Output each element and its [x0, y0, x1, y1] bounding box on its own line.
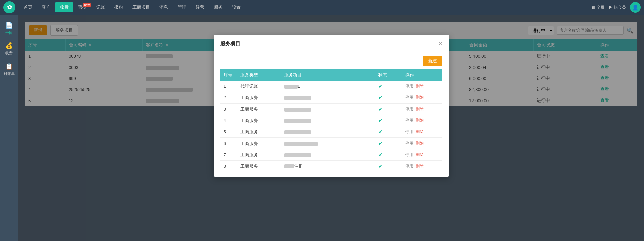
modal-cell-item: [281, 104, 375, 115]
reconciliation-icon: 📋: [5, 63, 13, 70]
modal-cell-item: [281, 138, 375, 149]
modal-toolbar: 新建: [220, 56, 442, 66]
modal-table-row: 4 工商服务 ✔ 停用 删除: [220, 115, 442, 126]
modal-cell-status: ✔: [375, 126, 402, 138]
top-navigation: ✿ 首页 客户 收费 票据 new 记账 报税 工商项目 消息 管理 经营 服务…: [0, 0, 644, 15]
modal-cell-seq: 4: [220, 115, 237, 126]
modal-table-row: 8 工商服务 注册 ✔ 停用 删除: [220, 161, 442, 172]
nav-manage[interactable]: 管理: [173, 2, 191, 12]
logo-icon: ✿: [7, 4, 12, 11]
modal-body: 新建 序号 服务类型 服务项目 状态 操作: [214, 51, 449, 177]
delete-button[interactable]: 删除: [416, 118, 424, 123]
app-logo: ✿: [3, 1, 15, 13]
contract-icon: 📄: [5, 22, 13, 29]
main-content: 新增 服务项目 进行中 全部 已结束 🔍 序号 合同编码 ⇅ 客户名称 ⇅ 服务…: [18, 15, 644, 241]
delete-button[interactable]: 删除: [416, 95, 424, 101]
modal-cell-seq: 6: [220, 138, 237, 149]
sidebar-item-label-reconciliation: 对账单: [4, 71, 15, 76]
new-badge: new: [83, 3, 91, 7]
disable-button[interactable]: 停用: [405, 152, 413, 158]
disable-button[interactable]: 停用: [405, 106, 413, 112]
modal-cell-status: ✔: [375, 149, 402, 161]
modal-header: 服务项目 ×: [214, 35, 449, 51]
modal-cell-action: 停用 删除: [402, 126, 442, 138]
sidebar-item-contract[interactable]: 📄 合同: [0, 18, 18, 39]
nav-operation[interactable]: 经营: [191, 2, 209, 12]
nav-home[interactable]: 首页: [19, 2, 37, 12]
disable-button[interactable]: 停用: [405, 163, 413, 169]
modal-cell-action: 停用 删除: [402, 104, 442, 115]
modal-table-container[interactable]: 序号 服务类型 服务项目 状态 操作 1 代理记账 1: [220, 69, 442, 172]
fee-icon: 💰: [5, 42, 13, 49]
modal-new-button[interactable]: 新建: [423, 56, 442, 66]
nav-bookkeeping[interactable]: 记账: [91, 2, 110, 12]
delete-button[interactable]: 删除: [416, 140, 424, 146]
modal-cell-type: 工商服务: [237, 115, 281, 126]
sidebar-item-label-contract: 合同: [5, 30, 13, 35]
nav-invoice[interactable]: 票据 new: [73, 2, 91, 12]
disable-button[interactable]: 停用: [405, 118, 413, 123]
modal-cell-type: 工商服务: [237, 92, 281, 104]
delete-button[interactable]: 删除: [416, 163, 424, 169]
modal-cell-item: [281, 92, 375, 104]
nav-message[interactable]: 消息: [155, 2, 173, 12]
modal-cell-item: [281, 115, 375, 126]
sidebar-item-reconciliation[interactable]: 📋 对账单: [0, 59, 18, 80]
delete-button[interactable]: 删除: [416, 106, 424, 112]
modal-col-type: 服务类型: [237, 69, 281, 81]
nav-customer[interactable]: 客户: [37, 2, 55, 12]
modal-table-row: 7 工商服务 ✔ 停用 删除: [220, 149, 442, 161]
nav-fee[interactable]: 收费: [55, 2, 73, 12]
modal-cell-type: 工商服务: [237, 149, 281, 161]
modal-cell-seq: 8: [220, 161, 237, 172]
user-avatar[interactable]: 👤: [630, 2, 641, 13]
nav-settings[interactable]: 设置: [227, 2, 245, 12]
modal-cell-type: 工商服务: [237, 104, 281, 115]
nav-industrial[interactable]: 工商项目: [128, 2, 155, 12]
modal-table-row: 5 工商服务 ✔ 停用 删除: [220, 126, 442, 138]
modal-cell-type: 代理记账: [237, 81, 281, 92]
nav-right-area: 🖥 全屏 ▶ 畅会员 👤: [591, 2, 641, 13]
modal-cell-status: ✔: [375, 104, 402, 115]
service-project-modal: 服务项目 × 新建 序号 服务类型 服务项目 状态: [214, 35, 449, 177]
sidebar-item-fee[interactable]: 💰 收费: [0, 39, 18, 59]
modal-cell-action: 停用 删除: [402, 92, 442, 104]
modal-cell-status: ✔: [375, 92, 402, 104]
fullscreen-button[interactable]: 🖥 全屏: [591, 5, 604, 10]
modal-table-row: 6 工商服务 ✔ 停用 删除: [220, 138, 442, 149]
service-table: 序号 服务类型 服务项目 状态 操作 1 代理记账 1: [220, 69, 442, 172]
modal-close-button[interactable]: ×: [439, 40, 442, 47]
modal-cell-type: 工商服务: [237, 161, 281, 172]
modal-cell-seq: 7: [220, 149, 237, 161]
delete-button[interactable]: 删除: [416, 83, 424, 89]
disable-button[interactable]: 停用: [405, 140, 413, 146]
modal-cell-action: 停用 删除: [402, 149, 442, 161]
modal-cell-type: 工商服务: [237, 126, 281, 138]
nav-menu: 首页 客户 收费 票据 new 记账 报税 工商项目 消息 管理 经营 服务 设…: [19, 2, 591, 12]
modal-cell-item: [281, 149, 375, 161]
modal-table-row: 1 代理记账 1 ✔ 停用 删除: [220, 81, 442, 92]
modal-cell-action: 停用 删除: [402, 138, 442, 149]
modal-cell-seq: 2: [220, 92, 237, 104]
delete-button[interactable]: 删除: [416, 152, 424, 158]
modal-cell-status: ✔: [375, 161, 402, 172]
modal-cell-type: 工商服务: [237, 138, 281, 149]
modal-col-item: 服务项目: [281, 69, 375, 81]
modal-col-status: 状态: [375, 69, 402, 81]
disable-button[interactable]: 停用: [405, 129, 413, 135]
left-sidebar: 📄 合同 💰 收费 📋 对账单: [0, 15, 18, 241]
modal-table-row: 3 工商服务 ✔ 停用 删除: [220, 104, 442, 115]
modal-cell-action: 停用 删除: [402, 81, 442, 92]
disable-button[interactable]: 停用: [405, 83, 413, 89]
delete-button[interactable]: 删除: [416, 129, 424, 135]
modal-cell-action: 停用 删除: [402, 115, 442, 126]
modal-col-seq: 序号: [220, 69, 237, 81]
modal-overlay: 服务项目 × 新建 序号 服务类型 服务项目 状态: [18, 15, 644, 241]
nav-service[interactable]: 服务: [209, 2, 227, 12]
member-button[interactable]: ▶ 畅会员: [609, 5, 626, 10]
modal-cell-status: ✔: [375, 115, 402, 126]
nav-tax[interactable]: 报税: [110, 2, 128, 12]
modal-title: 服务项目: [220, 41, 240, 47]
disable-button[interactable]: 停用: [405, 95, 413, 101]
sidebar-item-label-fee: 收费: [5, 51, 13, 56]
